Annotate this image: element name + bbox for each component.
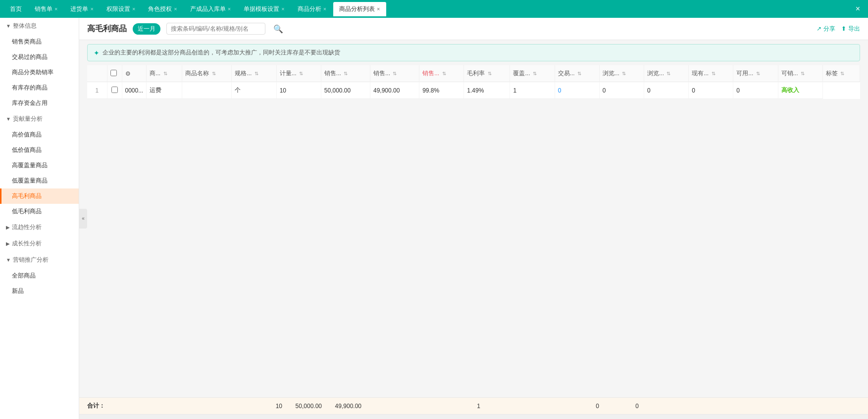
share-button[interactable]: ↗ 分享 (817, 25, 835, 33)
close-tab-product-analysis[interactable]: × (323, 6, 326, 12)
col-trade[interactable]: 交易... ⇅ (555, 65, 599, 82)
close-tab-product-analysis-list[interactable]: × (377, 6, 380, 12)
col-rownum (87, 65, 107, 82)
col-browse1[interactable]: 浏览... ⇅ (599, 65, 644, 82)
col-code[interactable]: 商... ⇅ (147, 65, 182, 82)
page-title: 高毛利商品 (87, 24, 127, 34)
cell-coverage-val: 1.49% (464, 82, 510, 99)
sort-icon-coverage: ⇅ (533, 71, 537, 76)
col-saleable[interactable]: 可销... ⇅ (778, 65, 822, 82)
tab-product-analysis[interactable]: 商品分析 × (292, 2, 332, 16)
sidebar-item-high-margin[interactable]: 高毛利商品 (0, 188, 79, 204)
cell-checkbox[interactable] (107, 82, 122, 99)
sort-icon-sales-qty: ⇅ (344, 71, 348, 76)
sidebar-item-low-coverage[interactable]: 低覆盖量商品 (0, 173, 79, 188)
horizontal-scrollbar[interactable] (79, 414, 868, 419)
col-sales-amount[interactable]: 销售... ⇅ (370, 65, 419, 82)
col-browse2[interactable]: 浏览... ⇅ (644, 65, 689, 82)
cell-gross-margin-val: 99.8% (419, 82, 464, 99)
close-tab-purchase-order[interactable]: × (90, 6, 93, 12)
sort-icon-sales-profit: ⇅ (442, 71, 446, 76)
tab-finished-goods[interactable]: 产成品入库单 × (184, 2, 237, 16)
close-tab-permission-settings[interactable]: × (132, 6, 135, 12)
col-unit[interactable]: 计量... ⇅ (276, 65, 321, 82)
sort-icon-current-stock: ⇅ (712, 71, 715, 76)
sort-icon-sales-amount: ⇅ (393, 71, 397, 76)
close-tab-sales-order[interactable]: × (54, 6, 57, 12)
sidebar-item-low-value[interactable]: 低价值商品 (0, 142, 79, 158)
col-current-stock[interactable]: 现有... ⇅ (689, 65, 733, 82)
footer-coverage (404, 403, 444, 410)
col-available[interactable]: 可用... ⇅ (733, 65, 778, 82)
close-tab-finished-goods[interactable]: × (228, 6, 231, 12)
sidebar-item-high-value[interactable]: 高价值商品 (0, 127, 79, 142)
close-tab-voucher-template[interactable]: × (281, 6, 284, 12)
footer-available: 0 (602, 403, 642, 410)
cell-sales-profit-val: 49,900.00 (370, 82, 419, 99)
footer-spacer-1 (117, 403, 216, 410)
footer-sales-amount: 50,000.00 (285, 403, 325, 410)
sidebar-group-growth[interactable]: ▶ 成长性分析 (0, 235, 79, 252)
tab-role-auth[interactable]: 角色授权 × (142, 2, 183, 16)
sidebar-item-in-stock[interactable]: 有库存的商品 (0, 80, 79, 95)
footer-browse1 (483, 403, 523, 410)
sort-icon-available: ⇅ (756, 71, 760, 76)
tab-home[interactable]: 首页 (4, 2, 28, 16)
search-input[interactable] (166, 23, 265, 35)
cell-current-stock-val: 0 (644, 82, 689, 99)
chevron-down-icon-3: ▼ (6, 257, 11, 263)
sidebar-item-new-goods[interactable]: 新品 (0, 283, 79, 299)
tab-product-analysis-list[interactable]: 商品分析列表 × (333, 2, 386, 16)
share-icon: ↗ (817, 25, 821, 32)
select-all-checkbox[interactable] (110, 70, 117, 76)
sidebar-group-flow[interactable]: ▶ 流趋性分析 (0, 219, 79, 235)
sidebar-item-category-rate[interactable]: 商品分类助销率 (0, 65, 79, 80)
footer-label: 合计： (87, 402, 117, 410)
time-filter-button[interactable]: 近一月 (133, 23, 160, 35)
cell-sales-qty-val: 10 (276, 82, 321, 99)
tab-sales-order[interactable]: 销售单 × (29, 2, 63, 16)
sidebar-group-marketing[interactable]: ▼ 营销推广分析 (0, 252, 79, 268)
sidebar-item-low-margin[interactable]: 低毛利商品 (0, 204, 79, 219)
col-tag[interactable]: 标签 ⇅ (822, 65, 860, 82)
sidebar-item-sales-goods[interactable]: 销售类商品 (0, 34, 79, 49)
sidebar-item-all-goods[interactable]: 全部商品 (0, 268, 79, 283)
tab-permission-settings[interactable]: 权限设置 × (101, 2, 141, 16)
sort-icon-saleable: ⇅ (801, 71, 805, 76)
col-spec[interactable]: 规格... ⇅ (232, 65, 276, 82)
export-icon: ⬆ (841, 25, 846, 32)
close-tab-role-auth[interactable]: × (174, 6, 177, 12)
export-button[interactable]: ⬆ 导出 (841, 25, 860, 33)
col-settings[interactable]: ⚙ (122, 65, 147, 82)
sort-icon-gross-margin: ⇅ (488, 71, 492, 76)
cell-browse1-val[interactable]: 0 (555, 82, 599, 99)
footer-trade: 1 (444, 403, 483, 410)
sidebar-group-contribution[interactable]: ▼ 贡献量分析 (0, 111, 79, 127)
cell-trade-val: 1 (510, 82, 555, 99)
sort-icon-trade: ⇅ (577, 71, 581, 76)
footer-gross-margin (364, 403, 404, 410)
close-all-tabs-button[interactable]: × (852, 2, 864, 15)
tab-voucher-template[interactable]: 单据模板设置 × (238, 2, 290, 16)
row-checkbox[interactable] (111, 87, 118, 93)
content-area: 高毛利商品 近一月 🔍 ↗ 分享 ⬆ 导出 ✦ 企业的主要的利润都是这部分商品创… (79, 18, 868, 419)
sidebar-collapse-button[interactable]: « (79, 209, 87, 229)
col-sales-qty[interactable]: 销售... ⇅ (321, 65, 370, 82)
main-layout: ▼ 整体信息 销售类商品 交易过的商品 商品分类助销率 有库存的商品 库存资金占… (0, 18, 868, 419)
sidebar-item-stock-capital[interactable]: 库存资金占用 (0, 95, 79, 111)
cell-sales-amount-val: 50,000.00 (321, 82, 370, 99)
footer-browse2 (523, 403, 562, 410)
sidebar-item-traded-goods[interactable]: 交易过的商品 (0, 49, 79, 65)
sidebar-item-high-coverage[interactable]: 高覆盖量商品 (0, 158, 79, 173)
search-button[interactable]: 🔍 (271, 24, 285, 34)
tab-purchase-order[interactable]: 进货单 × (64, 2, 99, 16)
col-gross-margin[interactable]: 毛利率 ⇅ (464, 65, 510, 82)
footer-total-bar: 合计： 10 50,000.00 49,900.00 1 0 0 (79, 397, 868, 414)
col-sales-profit[interactable]: 销售... ⇅ (419, 65, 464, 82)
cell-spec-val (182, 82, 232, 99)
col-name[interactable]: 商品名称 ⇅ (182, 65, 232, 82)
col-coverage[interactable]: 覆盖... ⇅ (510, 65, 555, 82)
sidebar: ▼ 整体信息 销售类商品 交易过的商品 商品分类助销率 有库存的商品 库存资金占… (0, 18, 79, 419)
info-banner: ✦ 企业的主要的利润都是这部分商品创造的，可考虑加大推广，同时关注库存是不要出现… (87, 44, 860, 61)
sidebar-group-overall[interactable]: ▼ 整体信息 (0, 18, 79, 34)
